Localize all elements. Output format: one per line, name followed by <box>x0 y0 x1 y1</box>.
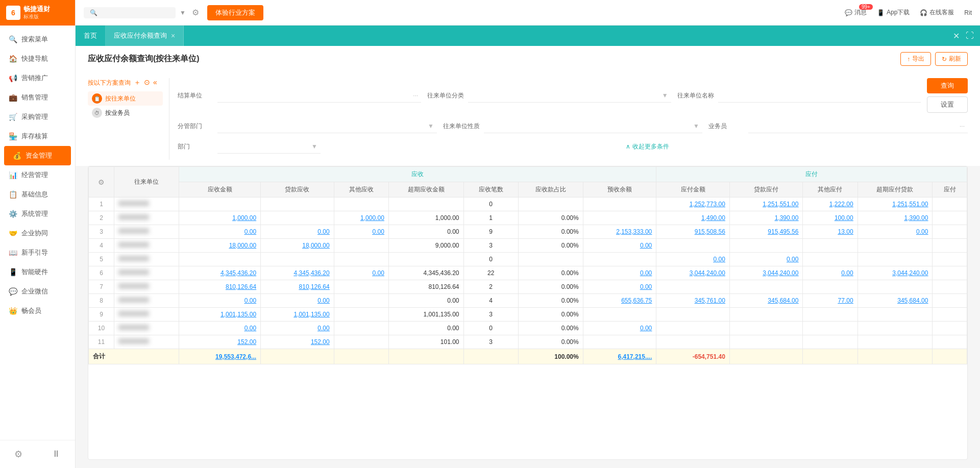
row-other-pay[interactable]: 1,222.00 <box>803 198 857 211</box>
row-other-recv[interactable]: 1,000.00 <box>334 211 388 225</box>
row-pay-amount[interactable]: 915,508.56 <box>656 225 730 239</box>
row-loan-recv[interactable] <box>261 211 334 225</box>
unit-nature-input[interactable]: ▼ <box>484 119 702 133</box>
row-loan-pay[interactable] <box>729 335 803 349</box>
row-pay-amount[interactable] <box>656 239 730 253</box>
row-other-recv[interactable] <box>334 308 388 322</box>
row-other-recv[interactable] <box>334 280 388 294</box>
row-loan-recv[interactable]: 18,000.00 <box>261 239 334 253</box>
table-container[interactable]: ⚙ 往来单位 应收 应付 应收金额 贷款应收 其他应收 超期应收金额 应收笔数 … <box>88 166 968 460</box>
row-loan-pay[interactable]: 3,044,240.00 <box>729 266 803 280</box>
scheme-edit-icon[interactable]: ⊙ <box>144 78 150 87</box>
sidebar-item-企业协同[interactable]: 🤝企业协同 <box>0 224 75 243</box>
row-other-pay[interactable] <box>803 322 857 335</box>
row-loan-pay[interactable]: 0.00 <box>729 253 803 266</box>
row-overdue-pay[interactable]: 0.00 <box>857 225 933 239</box>
sidebar-item-采购管理[interactable]: 🛒采购管理 <box>0 107 75 127</box>
row-loan-recv[interactable]: 4,345,436.20 <box>261 266 334 280</box>
tab-receivable[interactable]: 应收应付余额查询 × <box>106 26 184 46</box>
unit-name-input[interactable] <box>718 88 921 103</box>
row-loan-pay[interactable] <box>729 308 803 322</box>
row-other-recv[interactable] <box>334 335 388 349</box>
row-overdue-pay[interactable] <box>857 239 933 253</box>
row-loan-recv[interactable]: 0.00 <box>261 322 334 335</box>
row-pay-amount[interactable] <box>656 308 730 322</box>
row-other-recv[interactable] <box>334 322 388 335</box>
row-recv-amount[interactable]: 810,126.64 <box>179 280 261 294</box>
row-overdue-pay[interactable] <box>857 308 933 322</box>
row-recv-amount[interactable]: 0.00 <box>179 294 261 308</box>
unit-category-input[interactable]: ▼ <box>468 88 671 103</box>
row-overdue-pay[interactable] <box>857 280 933 294</box>
row-loan-pay[interactable] <box>729 280 803 294</box>
row-other-pay[interactable] <box>803 239 857 253</box>
sidebar-item-库存核算[interactable]: 🏪库存核算 <box>0 127 75 146</box>
row-recv-amount[interactable]: 1,001,135.00 <box>179 308 261 322</box>
table-gear-icon[interactable]: ⚙ <box>98 178 105 186</box>
tabbar-expand-icon[interactable]: ⛶ <box>966 31 974 40</box>
row-overdue-pay[interactable]: 3,044,240.00 <box>857 266 933 280</box>
row-loan-pay[interactable]: 1,251,551.00 <box>729 198 803 211</box>
row-loan-pay[interactable]: 915,495.56 <box>729 225 803 239</box>
scheme-by-unit[interactable]: 📋 按往来单位 <box>88 91 163 106</box>
row-recv-amount[interactable]: 152.00 <box>179 335 261 349</box>
row-pay-amount[interactable]: 0.00 <box>656 253 730 266</box>
sidebar-item-畅会员[interactable]: 👑畅会员 <box>0 301 75 321</box>
row-pay-amount[interactable]: 3,044,240.00 <box>656 266 730 280</box>
row-other-pay[interactable] <box>803 253 857 266</box>
sidebar-item-基础信息[interactable]: 📋基础信息 <box>0 185 75 204</box>
row-other-pay[interactable] <box>803 308 857 322</box>
row-other-pay[interactable] <box>803 280 857 294</box>
sidebar-item-智能硬件[interactable]: 📱智能硬件 <box>0 262 75 282</box>
row-other-recv[interactable]: 0.00 <box>334 266 388 280</box>
export-button[interactable]: ↑ 导出 <box>900 52 931 66</box>
tab-close-icon[interactable]: × <box>171 32 175 40</box>
topbar-app-btn[interactable]: 📱 App下载 <box>877 8 910 17</box>
row-recv-amount[interactable] <box>179 198 261 211</box>
row-recv-amount[interactable]: 0.00 <box>179 225 261 239</box>
sidebar-item-营销推广[interactable]: 📢营销推广 <box>0 68 75 88</box>
row-pre-recv[interactable]: 2,153,333.00 <box>583 225 656 239</box>
sidebar-settings-icon[interactable]: ⚙ <box>12 447 24 462</box>
row-pre-recv[interactable] <box>583 253 656 266</box>
row-recv-amount[interactable]: 18,000.00 <box>179 239 261 253</box>
scheme-back-icon[interactable]: « <box>153 78 157 87</box>
topbar-user[interactable]: Rit <box>964 9 972 16</box>
sidebar-collapse-icon[interactable]: ⏸ <box>50 447 63 462</box>
row-pre-recv[interactable]: 0.00 <box>583 322 656 335</box>
row-pre-recv[interactable] <box>583 308 656 322</box>
footer-pre-recv[interactable]: 6,417,215.... <box>583 349 656 364</box>
row-loan-pay[interactable]: 345,684.00 <box>729 294 803 308</box>
topbar-gear-icon[interactable]: ⚙ <box>192 8 199 17</box>
row-loan-recv[interactable] <box>261 253 334 266</box>
row-pay-amount[interactable]: 345,761.00 <box>656 294 730 308</box>
row-other-recv[interactable] <box>334 294 388 308</box>
row-other-recv[interactable] <box>334 239 388 253</box>
row-pay-amount[interactable]: 1,490.00 <box>656 211 730 225</box>
topbar-search-box[interactable]: 🔍 <box>84 7 176 18</box>
row-pay-amount[interactable] <box>656 322 730 335</box>
scheme-add-icon[interactable]: ＋ <box>134 78 141 87</box>
row-other-pay[interactable]: 0.00 <box>803 266 857 280</box>
row-recv-amount[interactable]: 0.00 <box>179 322 261 335</box>
collapse-button[interactable]: ∧ 收起更多条件 <box>626 142 669 151</box>
sidebar-item-快捷导航[interactable]: 🏠快捷导航 <box>0 49 75 68</box>
dept-input[interactable]: ▼ <box>217 139 321 154</box>
query-button[interactable]: 查询 <box>927 78 968 93</box>
solution-button[interactable]: 体验行业方案 <box>207 5 263 20</box>
setting-button[interactable]: 设置 <box>927 96 968 113</box>
row-overdue-pay[interactable] <box>857 335 933 349</box>
row-overdue-pay[interactable]: 345,684.00 <box>857 294 933 308</box>
sidebar-item-销售管理[interactable]: 💼销售管理 <box>0 88 75 107</box>
row-other-pay[interactable]: 77.00 <box>803 294 857 308</box>
refresh-button[interactable]: ↻ 刷新 <box>935 52 968 66</box>
row-loan-recv[interactable]: 810,126.64 <box>261 280 334 294</box>
row-loan-pay[interactable] <box>729 239 803 253</box>
row-pre-recv[interactable]: 0.00 <box>583 280 656 294</box>
sidebar-item-经营管理[interactable]: 📊经营管理 <box>0 165 75 185</box>
row-pay-amount[interactable]: 1,252,773.00 <box>656 198 730 211</box>
dept-manager-input[interactable]: ▼ <box>217 119 437 133</box>
tabbar-close-icon[interactable]: ✕ <box>953 31 960 41</box>
row-recv-amount[interactable]: 1,000.00 <box>179 211 261 225</box>
row-loan-recv[interactable]: 0.00 <box>261 294 334 308</box>
